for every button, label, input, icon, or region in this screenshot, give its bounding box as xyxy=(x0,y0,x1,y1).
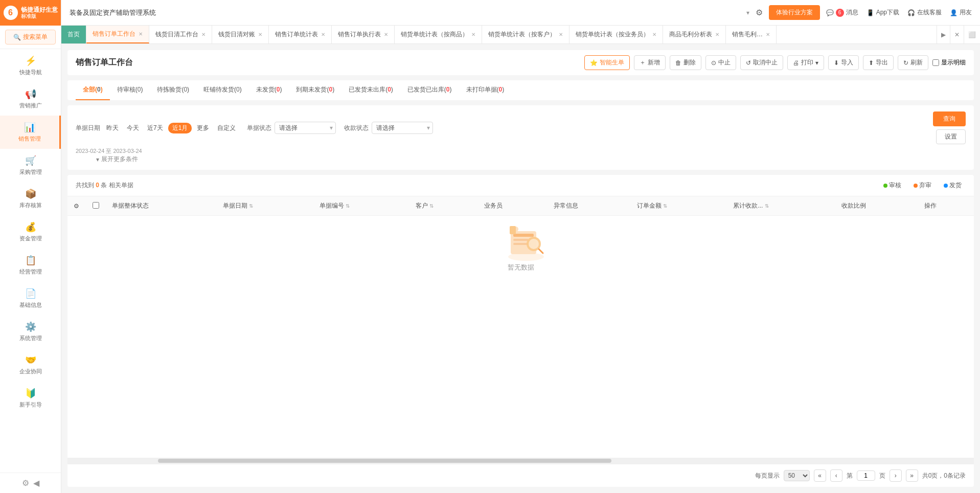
show-detail-checkbox[interactable] xyxy=(932,59,939,66)
sub-tab-pending-inspect[interactable]: 待拣验货(0) xyxy=(150,80,196,100)
tab-scroll-right-button[interactable]: ▶ xyxy=(937,26,950,44)
smart-gen-button[interactable]: ⭐ 智能生单 xyxy=(584,55,630,70)
col-settings[interactable]: ⚙ xyxy=(67,196,85,216)
cancel-stop-button[interactable]: ↺ 取消中止 xyxy=(740,55,783,70)
ship-action-button[interactable]: 发货 xyxy=(940,179,966,192)
date-1month-btn[interactable]: 近1月 xyxy=(168,123,192,133)
sidebar-item-finance[interactable]: 💰 资金管理 xyxy=(0,215,61,249)
table-scroll-area[interactable]: ⚙ 单据整体状态 单据日期 ⇅ xyxy=(67,196,974,458)
sub-tab-pending-review[interactable]: 待审核(0) xyxy=(110,80,150,100)
sub-tab-shipped-out[interactable]: 已发货已出库(0) xyxy=(400,80,459,100)
query-button[interactable]: 查询 xyxy=(933,111,966,126)
refresh-button[interactable]: ↻ 刷新 xyxy=(898,55,928,70)
scrollbar-thumb[interactable] xyxy=(158,459,611,463)
col-amount[interactable]: 订单金额 ⇅ xyxy=(631,196,727,216)
date-sort-icon[interactable]: ⇅ xyxy=(249,203,253,209)
sidebar-item-operations[interactable]: 📋 经营管理 xyxy=(0,249,61,282)
next-page-button[interactable]: › xyxy=(890,469,902,482)
collapse-sidebar-button[interactable]: ◀ xyxy=(33,478,39,488)
tab-close-cash-reconcile[interactable]: ✕ xyxy=(258,32,262,37)
online-service-button[interactable]: 🎧 在线客服 xyxy=(907,8,942,17)
experience-button[interactable]: 体验行业方案 xyxy=(769,5,820,20)
tab-close-margin-analysis[interactable]: ✕ xyxy=(715,32,719,37)
review-action-button[interactable]: 审核 xyxy=(879,179,905,192)
tab-sale-stat-customer[interactable]: 销货单统计表（按客户） ✕ xyxy=(482,26,569,43)
col-number[interactable]: 单据编号 ⇅ xyxy=(313,196,410,216)
customer-sort-icon[interactable]: ⇅ xyxy=(429,203,434,209)
sub-tab-unprinted[interactable]: 未打印单据(0) xyxy=(459,80,512,100)
import-button[interactable]: ⬇ 导入 xyxy=(828,55,859,70)
tab-close-sale-more[interactable]: ✕ xyxy=(766,32,770,37)
sub-tab-wangpu-ship[interactable]: 旺铺待发货(0) xyxy=(196,80,249,100)
tab-sales-order[interactable]: 销售订单工作台 ✕ xyxy=(86,26,149,43)
sidebar-item-marketing[interactable]: 📢 营销推广 xyxy=(0,82,61,116)
date-more-btn[interactable]: 更多 xyxy=(194,123,212,133)
sub-tab-shipped-not-out[interactable]: 已发货未出库(0) xyxy=(341,80,400,100)
settings-footer-button[interactable]: ⚙ xyxy=(22,478,29,488)
page-size-select[interactable]: 50 10 20 100 xyxy=(784,470,810,481)
search-menu-button[interactable]: 🔍 搜索菜单 xyxy=(5,30,56,44)
sidebar-item-quick-nav[interactable]: ⚡ 快捷导航 xyxy=(0,49,61,82)
status-select[interactable]: 请选择 xyxy=(275,122,336,134)
sub-tab-unshipped[interactable]: 未发货(0) xyxy=(249,80,289,100)
sub-tab-overdue-unshipped[interactable]: 到期未发货(0) xyxy=(289,80,341,100)
first-page-button[interactable]: « xyxy=(814,469,826,482)
tab-sale-stat-staff[interactable]: 销货单统计表（按业务员） ✕ xyxy=(569,26,663,43)
tab-cash-daily[interactable]: 钱货日清工作台 ✕ xyxy=(149,26,212,43)
payment-select[interactable]: 请选择 xyxy=(372,122,433,134)
sidebar-item-inventory[interactable]: 📦 库存核算 xyxy=(0,182,61,215)
tab-close-sales-exec[interactable]: ✕ xyxy=(384,32,388,37)
date-yesterday-btn[interactable]: 昨天 xyxy=(103,123,122,133)
expand-conditions-btn[interactable]: ▾ 展开更多条件 xyxy=(96,155,966,164)
col-collected[interactable]: 累计收款... ⇅ xyxy=(727,196,835,216)
print-dropdown-icon[interactable]: ▾ xyxy=(815,59,818,66)
tab-close-sales-order[interactable]: ✕ xyxy=(139,31,143,37)
stop-button[interactable]: ⊙ 中止 xyxy=(705,55,736,70)
topbar-settings-icon[interactable]: ⚙ xyxy=(756,8,763,17)
sidebar-item-purchase[interactable]: 🛒 采购管理 xyxy=(0,149,61,182)
user-menu-button[interactable]: 👤 用友 xyxy=(950,8,972,17)
tab-close-sale-stat-customer[interactable]: ✕ xyxy=(559,32,563,37)
tab-home[interactable]: 首页 xyxy=(61,26,86,43)
sidebar-item-basic[interactable]: 📄 基础信息 xyxy=(0,282,61,315)
horizontal-scrollbar[interactable] xyxy=(67,458,974,464)
show-detail-label[interactable]: 显示明细 xyxy=(932,58,966,67)
cancel-review-action-button[interactable]: 弃审 xyxy=(909,179,936,192)
tab-sale-stat-product[interactable]: 销货单统计表（按商品） ✕ xyxy=(395,26,482,43)
collected-sort-icon[interactable]: ⇅ xyxy=(765,203,769,209)
app-download-button[interactable]: 📱 App下载 xyxy=(867,8,899,17)
col-date[interactable]: 单据日期 ⇅ xyxy=(217,196,313,216)
tab-margin-analysis[interactable]: 商品毛利分析表 ✕ xyxy=(663,26,726,43)
tab-close-cash-daily[interactable]: ✕ xyxy=(201,32,206,37)
prev-page-button[interactable]: ‹ xyxy=(830,469,842,482)
sidebar-item-enterprise[interactable]: 🤝 企业协同 xyxy=(0,348,61,382)
export-button[interactable]: ⬆ 导出 xyxy=(863,55,894,70)
number-sort-icon[interactable]: ⇅ xyxy=(346,203,350,209)
add-button[interactable]: ＋ 新增 xyxy=(634,55,666,70)
tab-maximize-button[interactable]: ⬜ xyxy=(964,26,980,44)
tab-sales-stat[interactable]: 销售订单统计表 ✕ xyxy=(269,26,332,43)
date-custom-btn[interactable]: 自定义 xyxy=(214,123,239,133)
tab-sales-exec[interactable]: 销售订单执行表 ✕ xyxy=(332,26,395,43)
col-customer[interactable]: 客户 ⇅ xyxy=(409,196,478,216)
sidebar-item-sales[interactable]: 📊 销售管理 xyxy=(0,116,61,149)
sidebar-item-guide[interactable]: 🔰 新手引导 xyxy=(0,382,61,415)
delete-button[interactable]: 🗑 删除 xyxy=(670,55,701,70)
date-7days-btn[interactable]: 近7天 xyxy=(144,123,166,133)
system-dropdown-icon[interactable]: ▾ xyxy=(746,9,749,16)
sidebar-item-system[interactable]: ⚙️ 系统管理 xyxy=(0,315,61,348)
sub-tab-all[interactable]: 全部(0) xyxy=(76,80,110,100)
page-number-input[interactable] xyxy=(857,470,875,481)
tab-sale-more[interactable]: 销售毛利… ✕ xyxy=(726,26,777,43)
tab-close-all-button[interactable]: ✕ xyxy=(950,26,964,44)
settings-button[interactable]: 设置 xyxy=(936,129,966,144)
tab-close-sales-stat[interactable]: ✕ xyxy=(321,32,325,37)
date-today-btn[interactable]: 今天 xyxy=(124,123,142,133)
amount-sort-icon[interactable]: ⇅ xyxy=(663,203,667,209)
tab-close-sale-stat-product[interactable]: ✕ xyxy=(471,32,475,37)
select-all-checkbox[interactable] xyxy=(93,202,99,209)
tab-cash-reconcile[interactable]: 钱货日清对账 ✕ xyxy=(212,26,269,43)
print-button[interactable]: 🖨 打印 ▾ xyxy=(787,55,824,70)
tab-close-sale-stat-staff[interactable]: ✕ xyxy=(652,32,656,37)
message-button[interactable]: 💬 6 消息 xyxy=(826,8,858,17)
